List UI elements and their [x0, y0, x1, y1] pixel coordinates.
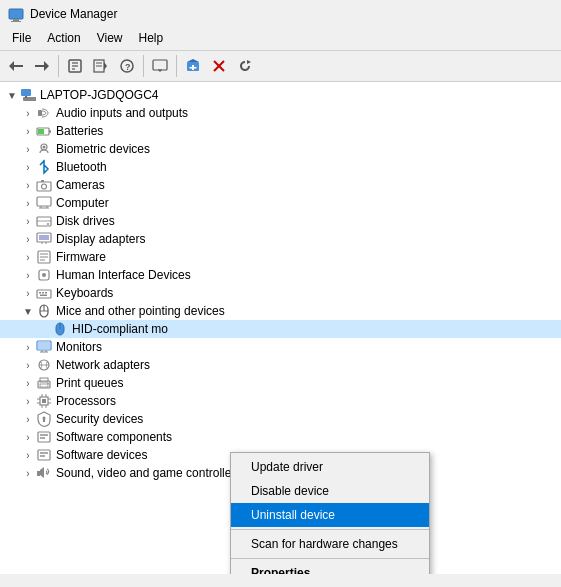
tree-item-cameras[interactable]: › Cameras	[0, 176, 561, 194]
tree-item-software-comp[interactable]: › Software components	[0, 428, 561, 446]
tree-item-hid[interactable]: › Human Interface Devices	[0, 266, 561, 284]
software-comp-expander[interactable]: ›	[20, 432, 36, 443]
tree-item-mice[interactable]: ▼ Mice and other pointing devices	[0, 302, 561, 320]
context-properties[interactable]: Properties	[231, 561, 429, 574]
refresh-button[interactable]	[233, 54, 257, 78]
batteries-expander[interactable]: ›	[20, 126, 36, 137]
sound-label: Sound, video and game controllers	[56, 466, 241, 480]
tree-item-processors[interactable]: › Processors	[0, 392, 561, 410]
root-label: LAPTOP-JGDQOGC4	[40, 88, 158, 102]
svg-point-41	[47, 223, 49, 225]
network-label: Network adapters	[56, 358, 150, 372]
tree-item-keyboards[interactable]: › Keyboards	[0, 284, 561, 302]
svg-rect-13	[153, 60, 167, 70]
hid-expander[interactable]: ›	[20, 270, 36, 281]
menu-file[interactable]: File	[4, 28, 39, 48]
tree-item-network[interactable]: › Network adapters	[0, 356, 561, 374]
tree-item-disk[interactable]: › Disk drives	[0, 212, 561, 230]
computer-expander[interactable]: ›	[20, 198, 36, 209]
batteries-label: Batteries	[56, 124, 103, 138]
svg-rect-29	[38, 129, 44, 134]
svg-rect-56	[40, 295, 47, 297]
context-scan-hardware[interactable]: Scan for hardware changes	[231, 532, 429, 556]
tree-item-bluetooth[interactable]: › Bluetooth	[0, 158, 561, 176]
svg-rect-0	[9, 9, 23, 19]
network-icon	[36, 357, 52, 373]
battery-icon	[36, 123, 52, 139]
mice-expander[interactable]: ▼	[20, 306, 36, 317]
remove-button[interactable]	[207, 54, 231, 78]
display-expander[interactable]: ›	[20, 234, 36, 245]
bluetooth-expander[interactable]: ›	[20, 162, 36, 173]
processor-icon	[36, 393, 52, 409]
sound-expander[interactable]: ›	[20, 468, 36, 479]
tree-item-computer[interactable]: › Computer	[0, 194, 561, 212]
svg-rect-89	[37, 471, 40, 476]
biometric-icon	[36, 141, 52, 157]
svg-rect-43	[39, 235, 49, 240]
security-icon	[36, 411, 52, 427]
tree-item-display[interactable]: › Display adapters	[0, 230, 561, 248]
keyboards-expander[interactable]: ›	[20, 288, 36, 299]
print-label: Print queues	[56, 376, 123, 390]
main-content: ▼ LAPTOP-JGDQOGC4 › Audio inp	[0, 82, 561, 574]
add-button[interactable]	[181, 54, 205, 78]
back-button[interactable]	[4, 54, 28, 78]
tree-item-audio[interactable]: › Audio inputs and outputs	[0, 104, 561, 122]
network-expander[interactable]: ›	[20, 360, 36, 371]
svg-rect-85	[40, 437, 45, 439]
menu-help[interactable]: Help	[131, 28, 172, 48]
svg-point-51	[42, 273, 46, 277]
tree-root[interactable]: ▼ LAPTOP-JGDQOGC4	[0, 86, 561, 104]
tree-item-biometric[interactable]: › Biometric devices	[0, 140, 561, 158]
biometric-label: Biometric devices	[56, 142, 150, 156]
forward-button[interactable]	[30, 54, 54, 78]
firmware-expander[interactable]: ›	[20, 252, 36, 263]
menu-action[interactable]: Action	[39, 28, 88, 48]
svg-marker-22	[247, 60, 251, 64]
audio-expander[interactable]: ›	[20, 108, 36, 119]
svg-rect-19	[190, 67, 197, 69]
svg-rect-1	[13, 19, 19, 21]
device-tree: ▼ LAPTOP-JGDQOGC4 › Audio inp	[0, 82, 561, 486]
tree-item-security[interactable]: › Security devices	[0, 410, 561, 428]
security-expander[interactable]: ›	[20, 414, 36, 425]
cameras-expander[interactable]: ›	[20, 180, 36, 191]
disk-expander[interactable]: ›	[20, 216, 36, 227]
mice-icon	[36, 303, 52, 319]
context-update-driver[interactable]: Update driver	[231, 455, 429, 479]
svg-rect-54	[42, 292, 44, 294]
context-uninstall-device[interactable]: Uninstall device	[231, 503, 429, 527]
tree-item-batteries[interactable]: › Batteries	[0, 122, 561, 140]
svg-point-31	[43, 146, 46, 149]
monitors-expander[interactable]: ›	[20, 342, 36, 353]
software-comp-icon	[36, 429, 52, 445]
computer-label: Computer	[56, 196, 109, 210]
audio-icon	[36, 105, 52, 121]
update-button[interactable]	[89, 54, 113, 78]
biometric-expander[interactable]: ›	[20, 144, 36, 155]
svg-rect-72	[42, 399, 46, 403]
print-expander[interactable]: ›	[20, 378, 36, 389]
svg-marker-17	[187, 59, 199, 62]
software-dev-expander[interactable]: ›	[20, 450, 36, 461]
context-disable-device[interactable]: Disable device	[231, 479, 429, 503]
cameras-label: Cameras	[56, 178, 105, 192]
audio-label: Audio inputs and outputs	[56, 106, 188, 120]
properties-button[interactable]	[63, 54, 87, 78]
root-expander[interactable]: ▼	[4, 90, 20, 101]
menu-view[interactable]: View	[89, 28, 131, 48]
tree-item-hid-mouse[interactable]: HID-compliant mo	[0, 320, 561, 338]
software-dev-label: Software devices	[56, 448, 147, 462]
svg-rect-32	[37, 182, 51, 191]
tree-item-firmware[interactable]: › Firmware	[0, 248, 561, 266]
app-title: Device Manager	[30, 7, 117, 21]
help-button[interactable]: ?	[115, 54, 139, 78]
hid-mouse-label: HID-compliant mo	[72, 322, 168, 336]
display-button[interactable]	[148, 54, 172, 78]
tree-item-monitors[interactable]: › Monitors	[0, 338, 561, 356]
tree-item-print[interactable]: › Print queues	[0, 374, 561, 392]
svg-marker-10	[104, 62, 107, 70]
processors-expander[interactable]: ›	[20, 396, 36, 407]
svg-rect-55	[45, 292, 47, 294]
